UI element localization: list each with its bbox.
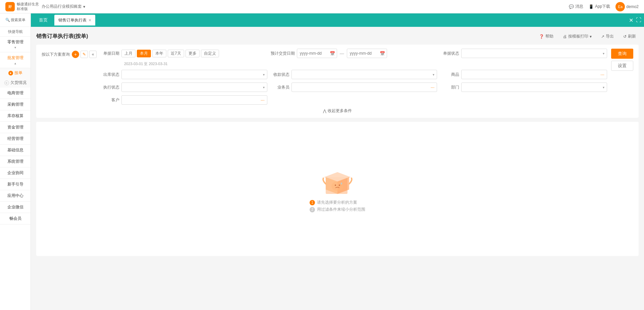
- filter-salesperson: 业务员 ···: [271, 83, 437, 92]
- add-scheme-btn[interactable]: +: [72, 51, 79, 58]
- page-header: 销售订单执行表(按单) ❓ 帮助 🖨 按模板打印 ▾ ↗ 导出: [36, 32, 639, 41]
- app-download-btn[interactable]: 📱 App下载: [589, 4, 610, 9]
- top-bar: 好 畅捷通好生意 标准版 办公用品行业模拟账套 ▾ 💬 消息 📱 App下载 E…: [0, 0, 644, 13]
- status-select[interactable]: [461, 49, 607, 58]
- help-btn[interactable]: ❓ 帮助: [536, 32, 556, 41]
- refresh-btn[interactable]: ↺ 刷新: [621, 32, 639, 41]
- goods-input-wrapper: ···: [461, 70, 607, 79]
- filter-right-buttons: 查询 设置: [611, 49, 633, 71]
- salesperson-input[interactable]: [291, 83, 437, 92]
- minimize-icon[interactable]: ✕: [629, 17, 633, 23]
- empty-step-2: 2 用过滤条件来缩小分析范围: [310, 207, 365, 212]
- tab-bar-right: ✕ ⛶: [629, 17, 641, 23]
- search-menu-btn[interactable]: 🔍 搜索菜单: [3, 16, 28, 24]
- debt-icon: ○: [4, 81, 9, 85]
- more-icon[interactable]: ···: [600, 72, 604, 77]
- date-btn-last-month[interactable]: 上月: [121, 50, 136, 57]
- query-button[interactable]: 查询: [611, 49, 633, 59]
- sidebar-item-wechat[interactable]: 企业微信: [0, 202, 31, 213]
- sidebar-sub-item-press-order[interactable]: ● 按单: [0, 68, 31, 78]
- salesperson-more-icon[interactable]: ···: [431, 85, 435, 90]
- top-bar-right: 💬 消息 📱 App下载 Ea demo2: [569, 2, 639, 11]
- end-date-wrapper: 📅: [347, 49, 387, 58]
- empty-state: 1 请先选择要分析的方案 2 用过滤条件来缩小分析范围: [310, 165, 365, 212]
- sidebar-item-basic[interactable]: 基础信息: [0, 145, 31, 156]
- filter-department: 部门 ▾: [440, 83, 607, 92]
- filter-payment-status: 收款状态 ▾: [271, 70, 437, 79]
- step-num-1: 1: [310, 200, 315, 205]
- sidebar-sub-items: ● 按单 ○ 欠货情况: [0, 68, 31, 88]
- department-select[interactable]: [461, 83, 607, 92]
- collapse-icon: ⋀: [323, 109, 326, 113]
- sidebar-item-retail[interactable]: 零售管理 ▾: [0, 37, 31, 52]
- tab-sales-order[interactable]: 销售订单执行表 ×: [54, 15, 95, 25]
- date-options: 上月 本月 本年 近7天 更多 自定义: [121, 50, 267, 57]
- refresh-icon: ↺: [623, 34, 627, 39]
- industry-selector[interactable]: 办公用品行业模拟账套 ▾: [42, 4, 85, 9]
- empty-steps: 1 请先选择要分析的方案 2 用过滤条件来缩小分析范围: [310, 200, 365, 212]
- calendar-icon[interactable]: 📅: [330, 51, 335, 56]
- messages-btn[interactable]: 💬 消息: [569, 4, 583, 9]
- settings-button[interactable]: 设置: [611, 61, 633, 71]
- page-content: 销售订单执行表(按单) ❓ 帮助 🖨 按模板打印 ▾ ↗ 导出: [31, 27, 644, 310]
- question-icon: ❓: [539, 34, 544, 39]
- avatar: Ea: [615, 2, 625, 11]
- payment-select-wrapper: ▾: [291, 70, 437, 79]
- customer-input[interactable]: [121, 95, 267, 105]
- sidebar-quick-nav[interactable]: 快捷导航: [0, 27, 31, 37]
- sidebar-item-ecommerce[interactable]: 电商管理: [0, 88, 31, 99]
- date-btn-7days[interactable]: 近7天: [168, 50, 184, 57]
- calendar-icon-2[interactable]: 📅: [380, 51, 385, 56]
- date-btn-this-year[interactable]: 本年: [152, 50, 166, 57]
- payment-select[interactable]: [291, 70, 437, 79]
- edit-scheme-btn[interactable]: ✎: [80, 51, 88, 58]
- sidebar-item-newuser[interactable]: 新手引导: [0, 179, 31, 190]
- date-range-display: 2023-03-01 至 2023-03-31: [124, 61, 168, 66]
- message-icon: 💬: [569, 4, 574, 9]
- execution-select[interactable]: [121, 83, 267, 92]
- department-select-wrapper: ▾: [461, 83, 607, 92]
- tab-home[interactable]: 首页: [34, 13, 53, 27]
- collapse-sidebar-btn[interactable]: «: [89, 51, 97, 58]
- user-profile[interactable]: Ea demo2: [615, 2, 639, 11]
- shipment-select[interactable]: [121, 70, 267, 79]
- sidebar-item-operations[interactable]: 经营管理: [0, 133, 31, 145]
- maximize-icon[interactable]: ⛶: [636, 17, 641, 23]
- filter-expected-delivery: 预计交货日期 📅 — 📅: [271, 49, 437, 58]
- top-bar-left: 好 畅捷通好生意 标准版 办公用品行业模拟账套 ▾: [5, 2, 85, 11]
- sidebar-item-enterprise[interactable]: 企业协同: [0, 167, 31, 179]
- sidebar-sub-item-debt[interactable]: ○ 欠货情况: [0, 78, 31, 88]
- sidebar-item-wholesale[interactable]: 批发管理 ▴: [0, 52, 31, 68]
- date-btn-more[interactable]: 更多: [185, 50, 200, 57]
- export-icon: ↗: [601, 34, 604, 39]
- filter-collapse: ⋀ 收起更多条件: [42, 106, 633, 114]
- scheme-label: 按以下方案查询: [42, 52, 70, 57]
- main-layout: 🔍 搜索菜单 快捷导航 零售管理 ▾ 批发管理 ▴ ● 按单 ○ 欠货情况 电商…: [0, 13, 644, 310]
- sidebar-search[interactable]: 🔍 搜索菜单: [0, 13, 31, 27]
- sidebar-item-inventory[interactable]: 库存核算: [0, 110, 31, 122]
- search-icon: 🔍: [5, 18, 10, 22]
- page-title: 销售订单执行表(按单): [36, 33, 88, 40]
- export-btn[interactable]: ↗ 导出: [598, 32, 616, 41]
- goods-input[interactable]: [461, 70, 607, 79]
- shipment-select-wrapper: ▾: [121, 70, 267, 79]
- tab-close-icon[interactable]: ×: [89, 18, 91, 22]
- sidebar-item-apps[interactable]: 应用中心: [0, 190, 31, 202]
- chevron-up-icon: ▴: [14, 61, 16, 65]
- date-btn-this-month[interactable]: 本月: [137, 50, 151, 57]
- sidebar-item-member[interactable]: 畅会员: [0, 213, 31, 224]
- sidebar-item-purchase[interactable]: 采购管理: [0, 99, 31, 110]
- filter-goods: 商品 ···: [440, 70, 607, 79]
- customer-more-icon[interactable]: ···: [261, 97, 265, 103]
- chevron-down-icon: ▾: [590, 34, 592, 39]
- date-btn-custom[interactable]: 自定义: [201, 50, 219, 57]
- chevron-down-icon: ▾: [14, 46, 16, 49]
- step-num-2: 2: [310, 207, 315, 212]
- print-btn[interactable]: 🖨 按模板打印 ▾: [560, 32, 594, 41]
- sidebar-item-finance[interactable]: 资金管理: [0, 122, 31, 133]
- collapse-more-btn[interactable]: ⋀ 收起更多条件: [323, 108, 352, 114]
- scheme-actions: + ✎ «: [72, 51, 97, 58]
- sidebar-item-system[interactable]: 系统管理: [0, 156, 31, 167]
- data-area: 1 请先选择要分析的方案 2 用过滤条件来缩小分析范围: [36, 122, 639, 256]
- filter-date-item: 单据日期 上月 本月 本年 近7天 更多 自定义: [101, 50, 267, 57]
